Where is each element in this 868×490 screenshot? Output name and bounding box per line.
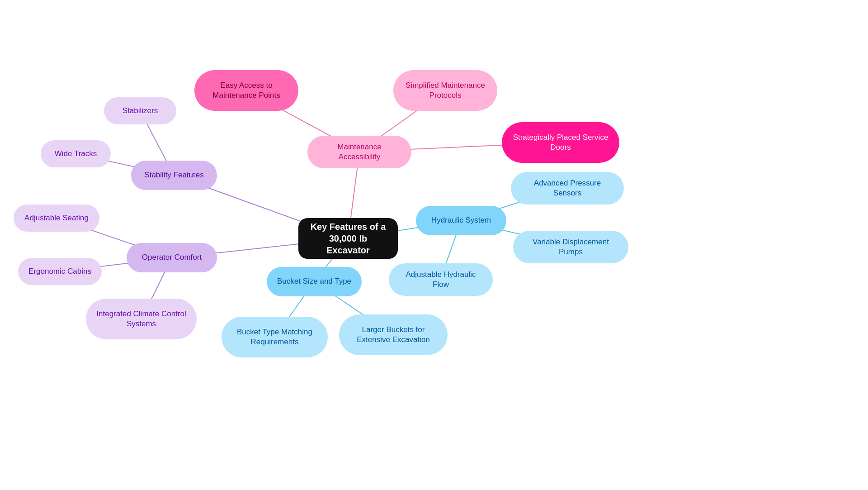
simplified-maintenance: Simplified Maintenance Protocols [393, 70, 497, 111]
integrated-climate: Integrated Climate Control Systems [86, 299, 197, 339]
center-node: Key Features of a 30,000 lb Excavator [298, 218, 398, 259]
variable-displacement: Variable Displacement Pumps [513, 231, 628, 263]
bucket-type-matching: Bucket Type Matching Requirements [222, 317, 328, 357]
adjustable-hydraulic: Adjustable Hydraulic Flow [389, 263, 493, 296]
advanced-pressure: Advanced Pressure Sensors [511, 172, 624, 205]
ergonomic-cabins: Ergonomic Cabins [18, 258, 102, 285]
strategically-placed: Strategically Placed Service Doors [502, 122, 619, 163]
wide-tracks: Wide Tracks [41, 140, 111, 167]
stabilizers: Stabilizers [104, 97, 176, 124]
larger-buckets: Larger Buckets for Extensive Excavation [339, 314, 448, 355]
stability-features: Stability Features [131, 161, 217, 190]
easy-access: Easy Access to Maintenance Points [194, 70, 298, 111]
bucket-size-type: Bucket Size and Type [267, 267, 362, 296]
operator-comfort: Operator Comfort [127, 243, 217, 272]
maintenance-accessibility: Maintenance Accessibility [307, 136, 411, 168]
adjustable-seating: Adjustable Seating [14, 205, 99, 232]
hydraulic-system: Hydraulic System [416, 206, 506, 235]
